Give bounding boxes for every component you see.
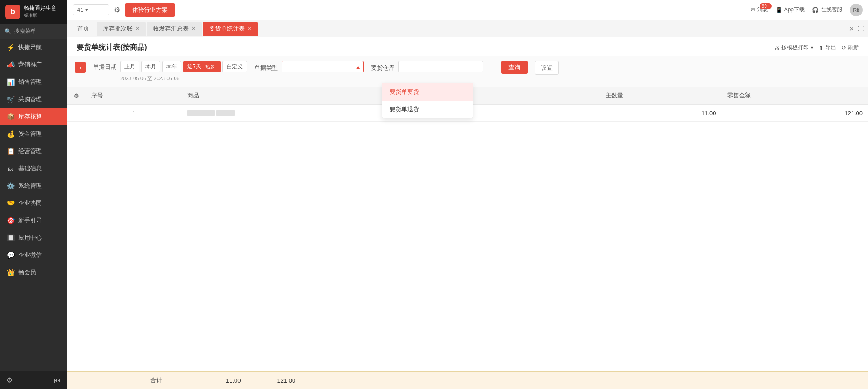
- sidebar-item-label: 系统管理: [18, 182, 42, 190]
- page-header: 要货单统计表(按商品) 🖨 按模板打印 ▾ ⬆ 导出 ↺ 刷新: [67, 37, 868, 56]
- date-btn-custom[interactable]: 自定义: [222, 61, 247, 72]
- sidebar-nav: ⚡ 快捷导航 📣 营销推广 📊 销售管理 🛒 采购管理 📦 库存核算 💰 资金管…: [0, 39, 67, 371]
- marketing-icon: 📣: [6, 61, 15, 69]
- tab-receive-summary[interactable]: 收发存汇总表 ✕: [147, 22, 202, 36]
- th-settings[interactable]: ⚙: [67, 87, 86, 105]
- sidebar-settings-btn[interactable]: ⚙: [6, 376, 13, 384]
- sidebar-item-wechat[interactable]: 💬 企业微信: [0, 246, 67, 264]
- date-btn-last-month[interactable]: 上月: [120, 61, 139, 72]
- sidebar-item-member[interactable]: 👑 畅会员: [0, 264, 67, 281]
- company-select[interactable]: 41 ▾: [73, 4, 109, 15]
- sidebar-item-system[interactable]: ⚙️ 系统管理: [0, 177, 67, 194]
- filter-settings-btn[interactable]: 设置: [535, 61, 559, 75]
- refresh-btn[interactable]: ↺ 刷新: [842, 44, 859, 51]
- sidebar-item-operation[interactable]: 📋 经营管理: [0, 143, 67, 160]
- appstore-icon: 🔲: [6, 234, 15, 242]
- sidebar-item-label: 库存核算: [18, 113, 42, 121]
- warehouse-input[interactable]: [398, 61, 483, 72]
- type-filter-label: 单据类型: [254, 62, 278, 72]
- tab-order-stats-close[interactable]: ✕: [247, 26, 252, 31]
- refresh-icon: ↺: [842, 45, 846, 51]
- export-btn[interactable]: ⬆ 导出: [819, 44, 836, 51]
- tab-maximize-btn[interactable]: ⛶: [858, 25, 864, 32]
- date-btn-7days[interactable]: 近7天 热多: [183, 61, 221, 72]
- type-filter-group: 单据类型 ▲: [254, 61, 364, 72]
- dropdown-item-return[interactable]: 要货单退货: [382, 101, 473, 118]
- sidebar-collapse-btn[interactable]: ⏮: [54, 376, 61, 384]
- sidebar-item-quick-nav[interactable]: ⚡ 快捷导航: [0, 39, 67, 56]
- warehouse-filter-label: 要货仓库: [371, 62, 395, 72]
- tab-receive-summary-label: 收发存汇总表: [153, 25, 189, 33]
- filter-more-btn[interactable]: ⋯: [487, 62, 494, 71]
- service-label: 在线客服: [821, 6, 842, 14]
- sidebar-item-label: 经营管理: [18, 147, 42, 155]
- system-icon: ⚙️: [6, 182, 15, 190]
- sidebar-item-basic[interactable]: 🗂 基础信息: [0, 160, 67, 177]
- sidebar-search-btn[interactable]: 🔍 搜索菜单: [0, 24, 67, 39]
- query-btn[interactable]: 查询: [501, 61, 528, 74]
- tab-order-stats-label: 要货单统计表: [209, 25, 245, 33]
- messages-badge: 99+: [760, 3, 772, 9]
- th-quantity: 主数量: [600, 87, 721, 105]
- header-settings-icon[interactable]: ⚙: [114, 5, 120, 14]
- headset-icon: 🎧: [812, 7, 819, 13]
- tab-close-all-btn[interactable]: ✕: [849, 25, 854, 32]
- app-sub: 标准版: [24, 12, 56, 19]
- sidebar-item-marketing[interactable]: 📣 营销推广: [0, 56, 67, 73]
- guide-icon: 🎯: [6, 216, 15, 225]
- date-btn-this-year[interactable]: 本年: [162, 61, 181, 72]
- header-service[interactable]: 🎧 在线客服: [812, 6, 842, 14]
- sidebar-item-label: 采购管理: [18, 95, 42, 103]
- td-row-check: [67, 105, 86, 122]
- type-select-wrapper: ▲: [282, 61, 364, 72]
- tab-inventory-batch-label: 库存批次账: [103, 25, 133, 33]
- tab-receive-summary-close[interactable]: ✕: [191, 26, 195, 31]
- sidebar-item-purchase[interactable]: 🛒 采购管理: [0, 91, 67, 108]
- member-icon: 👑: [6, 268, 15, 276]
- quick-nav-icon: ⚡: [6, 43, 15, 51]
- tab-home[interactable]: 首页: [71, 22, 96, 36]
- footer-label: 合计: [150, 376, 162, 384]
- table-footer: 合计 11.00 121.00: [67, 371, 868, 389]
- tab-order-stats[interactable]: 要货单统计表 ✕: [203, 22, 258, 36]
- tab-inventory-batch-close[interactable]: ✕: [135, 26, 139, 31]
- sidebar-item-label: 畅会员: [18, 268, 36, 276]
- purchase-icon: 🛒: [6, 95, 15, 103]
- sidebar-item-sales[interactable]: 📊 销售管理: [0, 73, 67, 91]
- filter-expand-btn[interactable]: ›: [75, 62, 86, 73]
- phone-icon: 📱: [776, 7, 782, 13]
- sidebar-search-label: 搜索菜单: [14, 27, 36, 35]
- sidebar-item-enterprise[interactable]: 🤝 企业协同: [0, 194, 67, 212]
- try-industry-btn[interactable]: 体验行业方案: [125, 3, 175, 17]
- date-btn-this-month[interactable]: 本月: [141, 61, 160, 72]
- hot-badge: 热多: [204, 64, 216, 69]
- sidebar-item-label: 快捷导航: [18, 43, 42, 51]
- sidebar-item-finance[interactable]: 💰 资金管理: [0, 125, 67, 143]
- app-name: 畅捷通好生意: [24, 5, 56, 12]
- sidebar-item-appstore[interactable]: 🔲 应用中心: [0, 229, 67, 246]
- header-messages[interactable]: ✉ 消息 99+: [751, 6, 768, 14]
- print-btn[interactable]: 🖨 按模板打印 ▾: [774, 44, 813, 51]
- sidebar-item-label: 销售管理: [18, 78, 42, 86]
- sidebar-logo: b 畅捷通好生意 标准版: [0, 0, 67, 24]
- sidebar-item-guide[interactable]: 🎯 新手引导: [0, 212, 67, 229]
- filter-bar: › 单据日期 上月 本月 本年 近7天 热多 自定义 2023-05-06 至 …: [67, 56, 868, 87]
- sidebar-item-label: 应用中心: [18, 234, 42, 242]
- type-select[interactable]: [282, 61, 364, 72]
- message-icon: ✉: [751, 7, 755, 13]
- page-actions: 🖨 按模板打印 ▾ ⬆ 导出 ↺ 刷新: [774, 44, 859, 51]
- refresh-label: 刷新: [848, 44, 859, 51]
- sidebar-item-inventory[interactable]: 📦 库存核算: [0, 108, 67, 125]
- search-icon: 🔍: [5, 28, 11, 35]
- header-app-download[interactable]: 📱 App下载: [776, 6, 805, 14]
- tab-inventory-batch[interactable]: 库存批次账 ✕: [97, 22, 146, 36]
- user-avatar[interactable]: Rit: [850, 4, 863, 16]
- warehouse-filter-group: 要货仓库 ⋯: [371, 61, 494, 72]
- dropdown-item-order[interactable]: 要货单要货: [382, 83, 473, 101]
- print-label: 按模板打印: [781, 44, 809, 51]
- app-logo-icon: b: [5, 5, 20, 19]
- td-quantity: 11.00: [600, 105, 721, 122]
- print-icon: 🖨: [774, 45, 780, 51]
- product-placeholder-2: [216, 110, 235, 116]
- date-7days-label: 近7天: [187, 63, 201, 70]
